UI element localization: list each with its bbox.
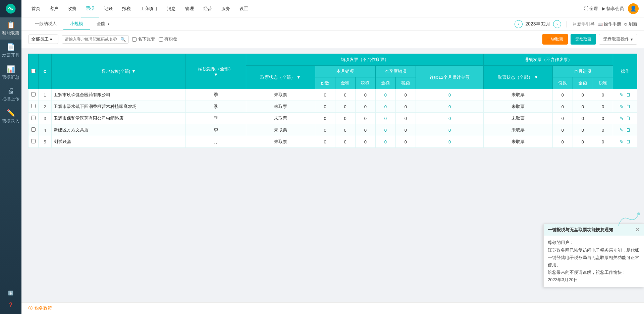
sidebar-item-help[interactable]: ❓ — [0, 299, 21, 311]
sidebar-item-data-entry[interactable]: ✏️ 票据录入 — [0, 106, 21, 128]
member-icon: ▶ — [602, 6, 605, 11]
view-btn[interactable]: 🗒 — [626, 104, 631, 109]
filter-accountbook-checkbox[interactable] — [132, 37, 137, 42]
manual-btn[interactable]: 📖 操作手册 — [597, 21, 621, 27]
fetch-status2-header: 取票状态（全部） ▼ — [484, 66, 553, 89]
smart-fetch-icon: 📋 — [7, 21, 15, 29]
download-icon: ⬇️ — [8, 291, 13, 296]
monthly-sales-count: 0 — [315, 136, 335, 148]
invoice-summary-icon: 📊 — [7, 65, 15, 73]
quarterly-sales-tax: 0 — [395, 124, 416, 136]
monthly-sales-tax: 0 — [355, 101, 375, 113]
logo[interactable] — [0, 0, 21, 17]
annual-cumulative-header: 连续12个月累计金额 — [416, 66, 483, 89]
tab-all[interactable]: 全能 ▾ — [90, 17, 116, 30]
view-btn[interactable]: 🗒 — [626, 116, 631, 121]
sidebar-item-smart-fetch[interactable]: 📋 智能取票 — [0, 17, 21, 40]
annual-amount: 0 — [416, 89, 483, 101]
edit-btn[interactable]: ✎ — [620, 139, 624, 144]
nav-management[interactable]: 管理 — [180, 0, 199, 17]
row-num: 4 — [39, 124, 52, 136]
monthly-purchase-tax: 0 — [593, 89, 613, 101]
employee-select[interactable]: 全部员工 ▾ — [28, 35, 58, 44]
row-checkbox[interactable] — [31, 104, 36, 108]
row-checkbox[interactable] — [31, 127, 36, 132]
filter-accountbook[interactable]: 名下账套 — [132, 36, 155, 42]
edit-btn[interactable]: ✎ — [620, 116, 624, 121]
fetch-status2: 未取票 — [484, 101, 553, 113]
no-disk-ops-btn[interactable]: 无盘取票操作 ▾ — [599, 34, 637, 45]
sidebar-item-issue-invoice[interactable]: 📄 发票开具 — [0, 40, 21, 62]
date-navigation: ‹ 2023年02月 › — [515, 20, 561, 28]
monthly-sales-tax: 0 — [355, 124, 375, 136]
quarterly-sales-amount: 0 — [375, 113, 395, 124]
nav-home[interactable]: 首页 — [27, 0, 45, 17]
nav-bookkeeping[interactable]: 记账 — [99, 0, 117, 17]
tab-general[interactable]: 一般纳税人 — [28, 17, 63, 30]
nav-tax[interactable]: 报税 — [117, 0, 136, 17]
sidebar-item-download[interactable]: ⬇️ — [0, 287, 21, 299]
view-btn[interactable]: 🗒 — [626, 127, 631, 133]
view-btn[interactable]: 🗒 — [626, 92, 631, 98]
annual-amount: 0 — [416, 136, 483, 148]
refresh-btn[interactable]: ↻ 刷新 — [624, 21, 637, 27]
manual-icon: 📖 — [597, 22, 603, 27]
monthly-purchase-amount: 0 — [573, 101, 593, 113]
one-click-fetch-btn[interactable]: 一键取票 — [542, 34, 568, 45]
chevron-down-icon: ▾ — [108, 22, 109, 26]
fetch-status2: 未取票 — [484, 136, 553, 148]
notification-body: 尊敬的用户： 江苏政务网已恢复访问电子税务局功能，易代账一键登陆电子税务局与无盘… — [544, 236, 644, 287]
filter-taxdisk[interactable]: 有税盘 — [159, 36, 177, 42]
nav-customer[interactable]: 客户 — [45, 0, 63, 17]
row-checkbox[interactable] — [31, 116, 36, 120]
nav-message[interactable]: 消息 — [162, 0, 180, 17]
search-icon[interactable]: 🔍 — [120, 37, 126, 42]
quarterly-sales-amount: 0 — [375, 124, 395, 136]
annual-amount: 0 — [416, 124, 483, 136]
next-date-btn[interactable]: › — [553, 20, 561, 28]
search-box[interactable]: 🔍 — [62, 35, 129, 44]
customer-name: 新建区方方文具店 — [51, 124, 185, 136]
nav-billing[interactable]: 收费 — [63, 0, 81, 17]
edit-btn[interactable]: ✎ — [620, 92, 624, 98]
monthly-sales-tax: 0 — [355, 136, 375, 148]
row-checkbox[interactable] — [31, 139, 36, 143]
chevron-down-icon: ▾ — [631, 37, 633, 42]
fullscreen-icon: ⛶ — [584, 6, 588, 11]
tax-period-col-header: 纳税期限（全部）▼ — [185, 54, 246, 89]
tab-small[interactable]: 小规模 — [63, 17, 90, 30]
quarterly-sales-amount: 0 — [375, 89, 395, 101]
tax-period: 季 — [185, 113, 246, 124]
sidebar-item-label: 票据汇总 — [2, 74, 19, 80]
nav-settings[interactable]: 设置 — [235, 0, 253, 17]
sidebar-item-scan-upload[interactable]: 🖨 扫描上传 — [0, 84, 21, 106]
search-input[interactable] — [65, 37, 119, 42]
monthly-sales-amount: 0 — [335, 124, 355, 136]
member-btn[interactable]: ▶ 畅享会员 — [602, 6, 624, 12]
row-checkbox[interactable] — [31, 92, 36, 97]
tax-policy-link[interactable]: 税务政策 — [35, 305, 52, 311]
sidebar-item-invoice-summary[interactable]: 📊 票据汇总 — [0, 62, 21, 84]
monthly-sales-amount: 0 — [335, 101, 355, 113]
fullscreen-btn[interactable]: ⛶ 全屏 — [584, 6, 598, 12]
row-operations: ✎ 🗒 — [613, 113, 637, 124]
fetch-status1: 未取票 — [246, 124, 315, 136]
quarterly-sales-amount: 0 — [375, 136, 395, 148]
view-btn[interactable]: 🗒 — [626, 139, 631, 144]
select-all-checkbox[interactable] — [31, 69, 36, 73]
notification-title: 一键报税与无盘取票功能恢复通知 — [548, 227, 613, 233]
prev-date-btn[interactable]: ‹ — [515, 20, 523, 28]
avatar[interactable]: 👤 — [628, 3, 639, 14]
data-entry-icon: ✏️ — [7, 109, 15, 117]
tax-period: 季 — [185, 89, 246, 101]
filter-taxdisk-checkbox[interactable] — [159, 37, 163, 42]
nav-business[interactable]: 工商项目 — [136, 0, 162, 17]
edit-btn[interactable]: ✎ — [620, 104, 624, 109]
no-disk-fetch-btn[interactable]: 无盘取票 — [571, 34, 596, 45]
row-operations: ✎ 🗒 — [613, 124, 637, 136]
guide-btn[interactable]: ⚐ 新手引导 — [572, 21, 595, 27]
edit-btn[interactable]: ✎ — [620, 127, 624, 133]
nav-operation[interactable]: 经营 — [199, 0, 217, 17]
nav-invoice[interactable]: 票据 — [81, 0, 99, 17]
nav-service[interactable]: 服务 — [217, 0, 235, 17]
